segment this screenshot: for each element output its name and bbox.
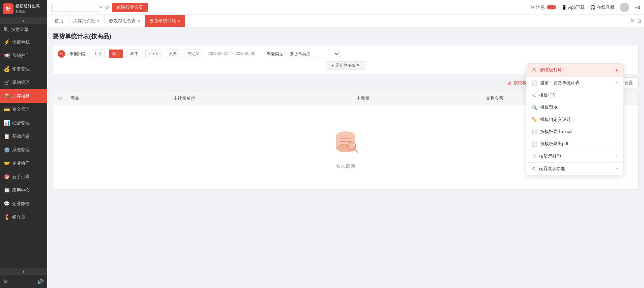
app-download-btn[interactable]: 📱 App下载 <box>561 4 585 10</box>
tabbar-maximize-icon[interactable]: ⊡ <box>637 18 641 24</box>
sidebar-search[interactable]: 🔍 搜索菜单 <box>0 24 47 35</box>
sidebar-item-inventory[interactable]: 📦 库存核算 <box>0 89 47 103</box>
sidebar-item-purchase[interactable]: 🛒 采购管理 <box>0 76 47 89</box>
sidebar-item-finance[interactable]: 💳 资金管理 <box>0 103 47 116</box>
tab-order-summary-close[interactable]: × <box>178 19 180 23</box>
current-template-item[interactable]: 📄 当前：要货单统计表 ▾ <box>526 77 623 89</box>
date-filter-label: 单据日期 <box>69 51 87 57</box>
sidebar-scroll-down[interactable]: ▼ <box>0 268 47 275</box>
speaker-icon[interactable]: 🔊 <box>37 278 44 285</box>
svg-point-8 <box>350 144 354 148</box>
print-dropdown-panel: 🖨 按模板打印 ▲ 📄 当前：要货单统计表 ▾ 🖨 <box>526 63 624 175</box>
sidebar-item-basic[interactable]: 📋 基础信息 <box>0 130 47 143</box>
sidebar-item-quick-nav[interactable]: ⚡ 快捷导航 <box>0 35 47 49</box>
sales-label: 销售管理 <box>12 66 30 72</box>
tabbar-close-icon[interactable]: ✕ <box>630 18 635 24</box>
system-icon: ⚙️ <box>3 147 10 153</box>
template-print-icon: 🖨 <box>532 93 536 98</box>
sidebar-item-system[interactable]: ⚙️ 系统管理 <box>0 143 47 157</box>
tab-receivable-summary-close[interactable]: × <box>138 19 140 23</box>
date-btn-last-month[interactable]: 上月 <box>91 50 105 58</box>
collab-label: 企业协同 <box>12 160 30 166</box>
inventory-label: 库存核算 <box>12 93 30 99</box>
date-btn-7days[interactable]: 近7天 <box>145 50 162 58</box>
bill-type-select[interactable]: 要货单类型 <box>286 50 340 58</box>
headset-icon: 🎧 <box>590 5 595 10</box>
set-default-item[interactable]: ⚙ 设置默认功能 ▾ <box>526 163 623 175</box>
topbar-gear-icon[interactable]: ⚙ <box>105 4 109 10</box>
date-btn-more[interactable]: 更多 <box>166 50 180 58</box>
template-custom-icon: ✏️ <box>532 117 537 122</box>
filter-expand-btn[interactable]: ▾ 展开更多条件 <box>326 61 365 70</box>
print-sub-section: 🖨 模板打印 🔍 模板预览 ✏️ 模板自定义设计 <box>526 89 623 150</box>
th-quantity: 主数量 <box>352 92 482 105</box>
display-print-icon: 🖥 <box>532 154 536 159</box>
finance-icon: 💳 <box>3 106 10 113</box>
print-dropdown-header[interactable]: 🖨 按模板打印 ▲ <box>526 64 623 76</box>
messages-btn[interactable]: ✉ 消息 99+ <box>531 4 556 10</box>
current-template-icon: 📄 <box>532 80 537 86</box>
system-label: 系统管理 <box>12 147 30 153</box>
print-dropdown-header-left: 🖨 按模板打印 <box>531 67 563 73</box>
sidebar: 好 畅捷通好生意 标准版 ▲ 🔍 搜索菜单 ⚡ 快捷导航 📢 营销推广 💰 销售… <box>0 0 47 288</box>
online-service-label: 在线客服 <box>597 4 614 10</box>
column-settings-icon[interactable]: ⚙ <box>58 95 62 101</box>
template-export-excel-label: 按模板导出excel <box>540 129 572 135</box>
sidebar-item-collab[interactable]: 🤝 企业协同 <box>0 157 47 170</box>
sidebar-item-wechat[interactable]: 💬 企业微信 <box>0 197 47 211</box>
tab-order-summary[interactable]: 要货单统计表 × <box>145 15 185 27</box>
online-service-btn[interactable]: 🎧 在线客服 <box>590 4 614 10</box>
filter-toggle-btn[interactable]: » <box>58 50 65 58</box>
collab-icon: 🤝 <box>3 160 10 166</box>
current-template-label: 当前：要货单统计表 <box>540 80 580 86</box>
date-btn-this-year[interactable]: 本年 <box>127 50 141 58</box>
avatar[interactable] <box>620 3 629 12</box>
set-default-icon: ⚙ <box>532 166 536 171</box>
th-product: 商品 <box>66 92 169 105</box>
sidebar-logo-text-block: 畅捷通好生意 标准版 <box>16 4 40 14</box>
date-btn-this-month[interactable]: 本月 <box>109 50 123 58</box>
expand-label: 展开更多条件 <box>335 63 359 68</box>
tab-inventory-batch-close[interactable]: × <box>97 19 99 23</box>
sales-icon: 💰 <box>3 66 10 72</box>
th-settings: ⚙ <box>53 92 66 105</box>
current-template-left: 📄 当前：要货单统计表 <box>532 80 580 86</box>
basic-icon: 📋 <box>3 133 10 139</box>
export-pdf-icon: 📄 <box>532 141 537 147</box>
date-btn-custom[interactable]: 自定义 <box>184 50 202 58</box>
current-template-arrow-icon: ▾ <box>616 81 618 85</box>
dropdown-chevron-icon[interactable]: ▾ <box>100 5 102 10</box>
sidebar-item-marketing[interactable]: 📢 营销推广 <box>0 49 47 62</box>
wechat-label: 企业微信 <box>12 201 30 207</box>
search-input[interactable] <box>51 3 98 12</box>
basic-label: 基础信息 <box>12 133 30 139</box>
trial-btn[interactable]: 体验行业方案 <box>112 3 148 12</box>
template-print-item[interactable]: 🖨 模板打印 <box>526 89 623 101</box>
settings-icon[interactable]: ⚙ <box>3 278 8 285</box>
operation-label: 经营管理 <box>12 120 30 126</box>
template-preview-item[interactable]: 🔍 模板预览 <box>526 101 623 114</box>
template-export-excel-item[interactable]: 📄 按模板导出excel <box>526 126 623 138</box>
tab-inventory-batch[interactable]: 库存批次账 × <box>68 15 105 27</box>
template-custom-item[interactable]: ✏️ 模板自定义设计 <box>526 114 623 126</box>
display-print-item[interactable]: 🖥 按显示打印 ▾ <box>526 150 623 162</box>
marketing-icon: 📢 <box>3 53 10 59</box>
print-template-icon: 🖨 <box>508 81 512 86</box>
topbar-right: ✉ 消息 99+ 📱 App下载 🎧 在线客服 Rit <box>531 3 640 12</box>
sidebar-item-operation[interactable]: 📊 经营管理 <box>0 116 47 130</box>
template-custom-label: 模板自定义设计 <box>540 117 571 123</box>
expand-icon: ▾ <box>332 63 334 68</box>
print-dropdown-header-label: 按模板打印 <box>539 67 563 73</box>
template-export-pdf-item[interactable]: 📄 按模板导出pdf <box>526 138 623 150</box>
vip-icon: 🎖️ <box>3 214 10 220</box>
tab-home[interactable]: 首页 <box>50 15 68 27</box>
sidebar-search-label: 搜索菜单 <box>11 27 29 33</box>
sidebar-scroll-up[interactable]: ▲ <box>0 18 47 24</box>
tab-receivable-summary[interactable]: 收发存汇总表 × <box>105 15 145 27</box>
sidebar-item-appstore[interactable]: 🔲 应用中心 <box>0 184 47 197</box>
sidebar-item-sales[interactable]: 💰 销售管理 <box>0 62 47 76</box>
sidebar-item-vip[interactable]: 🎖️ 畅会员 <box>0 211 47 224</box>
sidebar-item-newbie[interactable]: 🎯 新手引导 <box>0 170 47 184</box>
sidebar-logo: 好 畅捷通好生意 标准版 <box>0 0 47 18</box>
display-print-label: 按显示打印 <box>539 153 561 159</box>
